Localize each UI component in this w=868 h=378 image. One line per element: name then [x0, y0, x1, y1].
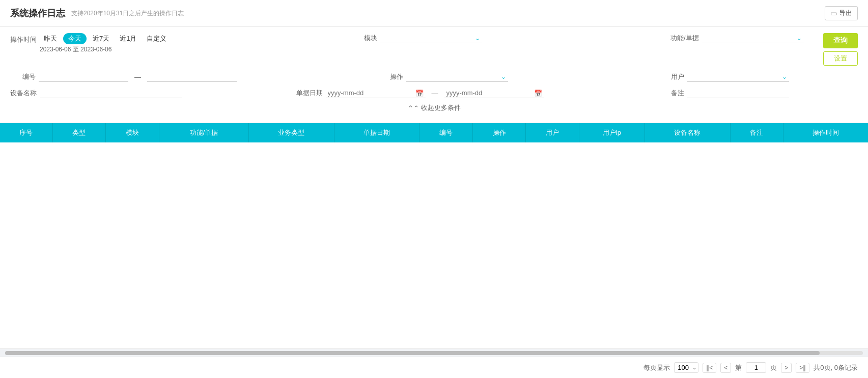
- date-from-wrap: 📅: [326, 88, 426, 98]
- collapse-label: 收起更多条件: [421, 103, 461, 112]
- col-device: 设备名称: [645, 123, 730, 142]
- col-module: 模块: [106, 123, 159, 142]
- remark-input[interactable]: [687, 88, 789, 98]
- col-operation: 操作: [472, 123, 525, 142]
- operation-select[interactable]: [406, 72, 508, 82]
- page-first-button[interactable]: ‖<: [703, 363, 716, 373]
- module-select[interactable]: [380, 33, 482, 43]
- scrollbar-thumb[interactable]: [5, 351, 820, 355]
- page-last-button[interactable]: >‖: [796, 363, 809, 373]
- page-subtitle: 支持2020年10月31日之后产生的操作日志: [71, 9, 184, 18]
- date-from-input[interactable]: [326, 88, 426, 98]
- user-select-wrap: ⌄: [687, 72, 789, 82]
- time-buttons-row: 昨天 今天 近7天 近1月 自定义: [40, 33, 171, 44]
- feature-select-wrap: ⌄: [702, 33, 804, 43]
- filter-area: 操作时间 昨天 今天 近7天 近1月 自定义 2023-06-06 至 2023…: [0, 27, 868, 123]
- page-size-select[interactable]: 100 50 200: [674, 362, 698, 373]
- table-header-row: 序号 类型 模块 功能/单据 业务类型 单据日期 编号 操作 用户 用户ip 设…: [0, 123, 868, 142]
- device-filter: 设备名称: [10, 88, 182, 98]
- page-size-label: 每页显示: [643, 363, 670, 372]
- remark-label: 备注: [656, 89, 684, 98]
- time-btn-today[interactable]: 今天: [63, 33, 87, 44]
- scrollbar-area: [0, 348, 868, 357]
- module-filter: 模块 ⌄: [349, 33, 492, 43]
- page-label: 第: [735, 363, 742, 372]
- time-btn-yesterday[interactable]: 昨天: [40, 33, 61, 44]
- feature-label: 功能/单据: [670, 34, 699, 43]
- col-number: 编号: [419, 123, 472, 142]
- export-label: 导出: [839, 9, 852, 18]
- export-icon: ▭: [830, 9, 837, 17]
- page-container: 系统操作日志 支持2020年10月31日之后产生的操作日志 ▭ 导出 操作时间 …: [0, 0, 868, 378]
- date-dash: —: [432, 90, 438, 97]
- col-op-time: 操作时间: [783, 123, 868, 142]
- calendar-to-icon[interactable]: 📅: [534, 90, 542, 97]
- col-remark: 备注: [730, 123, 783, 142]
- time-filter-section: 操作时间 昨天 今天 近7天 近1月 自定义 2023-06-06 至 2023…: [10, 33, 171, 54]
- number-input-from[interactable]: [39, 72, 128, 82]
- time-btn-custom[interactable]: 自定义: [143, 33, 171, 44]
- collapse-button[interactable]: ⌃⌃ 收起更多条件: [408, 103, 461, 112]
- page-size-wrap: 100 50 200 ⌄: [674, 362, 698, 373]
- calendar-from-icon[interactable]: 📅: [415, 90, 424, 97]
- operation-filter: 操作 ⌄: [375, 72, 518, 82]
- col-user-ip: 用户ip: [579, 123, 645, 142]
- export-button[interactable]: ▭ 导出: [825, 6, 858, 20]
- number-label: 编号: [10, 72, 36, 81]
- scrollbar-track[interactable]: [5, 351, 863, 355]
- feature-select[interactable]: [702, 33, 804, 43]
- user-select[interactable]: [687, 72, 789, 82]
- page-suffix: 页: [770, 363, 777, 372]
- page-next-button[interactable]: >: [781, 363, 792, 373]
- settings-button[interactable]: 设置: [823, 51, 858, 66]
- col-voucher-date: 单据日期: [334, 123, 419, 142]
- voucher-date-filter: 单据日期 📅 — 📅: [295, 88, 544, 98]
- user-filter: 用户 ⌄: [656, 72, 799, 82]
- remark-filter: 备注: [656, 88, 799, 98]
- module-label: 模块: [349, 34, 377, 43]
- time-options-group: 昨天 今天 近7天 近1月 自定义 2023-06-06 至 2023-06-0…: [40, 33, 171, 54]
- number-filter: 编号 —: [10, 72, 237, 82]
- number-input-to[interactable]: [147, 72, 237, 82]
- data-table: 序号 类型 模块 功能/单据 业务类型 单据日期 编号 操作 用户 用户ip 设…: [0, 123, 868, 142]
- col-feature: 功能/单据: [159, 123, 248, 142]
- voucher-date-label: 单据日期: [295, 89, 323, 98]
- table-header: 序号 类型 模块 功能/单据 业务类型 单据日期 编号 操作 用户 用户ip 设…: [0, 123, 868, 142]
- feature-filter: 功能/单据 ⌄: [670, 33, 813, 43]
- user-label: 用户: [656, 72, 684, 81]
- page-number-input[interactable]: [746, 362, 766, 373]
- table-section: 序号 类型 模块 功能/单据 业务类型 单据日期 编号 操作 用户 用户ip 设…: [0, 123, 868, 348]
- module-select-wrap: ⌄: [380, 33, 482, 43]
- page-title: 系统操作日志: [10, 7, 65, 19]
- action-buttons: 查询 设置: [823, 33, 858, 66]
- date-to-wrap: 📅: [444, 88, 544, 98]
- date-to-input[interactable]: [444, 88, 544, 98]
- operation-label: 操作: [375, 72, 403, 81]
- query-button[interactable]: 查询: [823, 33, 858, 48]
- collapse-row: ⌃⌃ 收起更多条件: [10, 100, 858, 117]
- total-info: 共0页, 0条记录: [814, 363, 858, 372]
- time-label: 操作时间: [10, 35, 37, 44]
- col-seq: 序号: [0, 123, 52, 142]
- pagination-bar: 每页显示 100 50 200 ⌄ ‖< < 第 页 > >‖ 共0页, 0条记…: [0, 357, 868, 378]
- page-header: 系统操作日志 支持2020年10月31日之后产生的操作日志 ▭ 导出: [0, 0, 868, 27]
- operation-select-wrap: ⌄: [406, 72, 508, 82]
- empty-area: [0, 142, 868, 315]
- header-title-row: 系统操作日志 支持2020年10月31日之后产生的操作日志 ▭ 导出: [10, 6, 858, 20]
- col-type: 类型: [52, 123, 105, 142]
- collapse-icon: ⌃⌃: [408, 104, 419, 112]
- page-prev-button[interactable]: <: [720, 363, 731, 373]
- time-range-display: 2023-06-06 至 2023-06-06: [40, 45, 171, 54]
- time-btn-7days[interactable]: 近7天: [89, 33, 114, 44]
- col-biz-type: 业务类型: [249, 123, 334, 142]
- device-input[interactable]: [40, 88, 182, 98]
- number-dash: —: [134, 73, 141, 81]
- col-user: 用户: [526, 123, 579, 142]
- time-btn-1month[interactable]: 近1月: [116, 33, 141, 44]
- device-label: 设备名称: [10, 89, 37, 98]
